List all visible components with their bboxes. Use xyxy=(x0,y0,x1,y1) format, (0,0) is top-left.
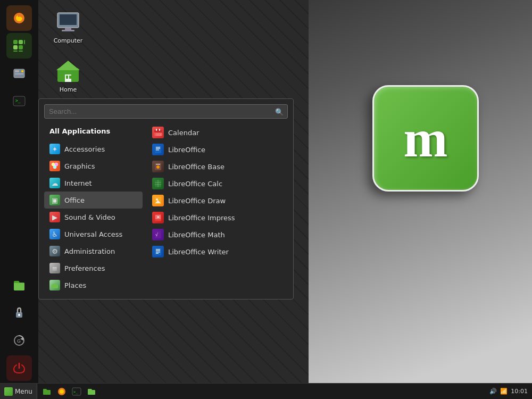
sidebar-btn-storage[interactable] xyxy=(6,61,32,86)
category-universal[interactable]: ♿ Universal Access xyxy=(44,226,143,243)
search-icon: 🔍 xyxy=(275,107,284,115)
taskbar-item-firefox[interactable] xyxy=(55,385,68,398)
category-sound[interactable]: ▶ Sound & Video xyxy=(44,209,143,226)
desktop-icon-computer[interactable]: Computer xyxy=(47,10,89,44)
sidebar-btn-firefox[interactable] xyxy=(6,5,32,31)
svg-text:G: G xyxy=(17,338,21,344)
calendar-icon: ◻◻◻ xyxy=(152,127,164,138)
svg-rect-11 xyxy=(13,40,18,44)
graphics-label: Graphics xyxy=(64,162,95,170)
svg-rect-40 xyxy=(156,148,160,149)
taskbar-clock: 10:01 xyxy=(511,388,528,395)
taskbar-items: >_ xyxy=(37,385,485,398)
svg-rect-13 xyxy=(24,40,25,44)
graphics-icon xyxy=(49,161,60,171)
taskbar-item-files2[interactable] xyxy=(85,385,98,398)
svg-rect-1 xyxy=(60,14,77,25)
admin-icon: ⚙ xyxy=(49,246,60,256)
accessories-icon: ✦ xyxy=(49,144,60,154)
universal-label: Universal Access xyxy=(64,230,122,238)
svg-point-26 xyxy=(18,314,20,316)
apps-list: ◻◻◻ Calendar LibreOffice LibreOffice Bas… xyxy=(143,124,288,294)
sound-icon: ▶ xyxy=(49,212,60,222)
menu-panel: 🔍 All Applications ✦ Accessories Graphic… xyxy=(38,98,294,300)
taskbar: Menu >_ 🔊 📶 10:01 xyxy=(0,383,532,399)
svg-rect-8 xyxy=(69,76,71,79)
svg-rect-3 xyxy=(62,30,74,31)
home-icon-label: Home xyxy=(60,86,77,93)
app-loimpress[interactable]: LibreOffice Impress xyxy=(148,209,288,226)
app-localc[interactable]: LibreOffice Calc xyxy=(148,175,288,192)
taskbar-menu-label: Menu xyxy=(15,388,32,395)
category-admin[interactable]: ⚙ Administration xyxy=(44,243,143,260)
svg-rect-16 xyxy=(13,51,18,52)
svg-text:√: √ xyxy=(155,232,158,237)
sidebar-btn-lock[interactable] xyxy=(6,300,32,326)
category-preferences[interactable]: ≡ Preferences xyxy=(44,260,143,277)
taskbar-sound-icon[interactable]: 🔊 xyxy=(489,388,497,395)
localc-icon xyxy=(152,178,164,189)
sidebar-btn-appgrid[interactable] xyxy=(6,33,32,59)
category-places[interactable]: Places xyxy=(44,277,143,294)
svg-rect-12 xyxy=(19,40,23,44)
sidebar-btn-terminal[interactable]: >_ xyxy=(6,88,32,114)
loimpress-label: LibreOffice Impress xyxy=(168,214,235,222)
lodraw-label: LibreOffice Draw xyxy=(168,197,226,205)
svg-rect-36 xyxy=(159,129,160,131)
app-lobase[interactable]: LibreOffice Base xyxy=(148,158,288,175)
svg-rect-14 xyxy=(13,45,18,49)
svg-rect-59 xyxy=(156,251,160,252)
search-bar: 🔍 xyxy=(44,104,288,119)
sidebar-btn-update[interactable]: G xyxy=(6,328,32,353)
app-libreoffice[interactable]: LibreOffice xyxy=(148,141,288,158)
lobase-label: LibreOffice Base xyxy=(168,163,225,171)
lowriter-label: LibreOffice Writer xyxy=(168,248,229,256)
mint-logo-inner xyxy=(372,85,479,192)
menu-content: All Applications ✦ Accessories Graphics … xyxy=(44,124,288,294)
lomath-icon: √ xyxy=(152,229,164,240)
taskbar-item-terminal[interactable]: >_ xyxy=(70,385,83,398)
svg-marker-5 xyxy=(56,61,80,70)
category-graphics[interactable]: Graphics xyxy=(44,157,143,174)
svg-rect-17 xyxy=(19,51,23,52)
category-all-applications[interactable]: All Applications xyxy=(44,124,143,138)
app-lowriter[interactable]: LibreOffice Writer xyxy=(148,243,288,260)
computer-icon-image xyxy=(55,10,81,35)
prefs-label: Preferences xyxy=(64,264,105,272)
svg-rect-41 xyxy=(156,149,159,151)
app-lomath[interactable]: √ LibreOffice Math xyxy=(148,226,288,243)
taskbar-menu-icon xyxy=(4,387,13,396)
taskbar-menu-button[interactable]: Menu xyxy=(0,384,37,400)
category-accessories[interactable]: ✦ Accessories xyxy=(44,140,143,157)
sidebar-btn-power[interactable] xyxy=(6,355,32,381)
svg-rect-61 xyxy=(156,253,159,254)
app-lodraw[interactable]: LibreOffice Draw xyxy=(148,192,288,209)
svg-rect-7 xyxy=(66,76,68,79)
search-input[interactable] xyxy=(44,104,288,119)
lodraw-icon xyxy=(152,195,164,206)
category-office[interactable]: ▣ Office xyxy=(44,192,143,209)
office-label: Office xyxy=(64,196,85,204)
taskbar-network-icon[interactable]: 📶 xyxy=(500,388,508,395)
svg-rect-35 xyxy=(156,129,157,131)
sidebar-btn-files[interactable] xyxy=(6,272,32,298)
internet-label: Internet xyxy=(64,179,92,187)
libreoffice-label: LibreOffice xyxy=(168,146,205,154)
localc-label: LibreOffice Calc xyxy=(168,180,222,188)
svg-rect-19 xyxy=(15,70,19,72)
svg-text:>_: >_ xyxy=(73,390,78,394)
desktop-background-right xyxy=(309,0,532,383)
desktop-icon-home[interactable]: Home xyxy=(47,59,89,93)
app-calendar[interactable]: ◻◻◻ Calendar xyxy=(148,124,288,141)
svg-rect-21 xyxy=(15,73,23,74)
sidebar: >_ G xyxy=(0,0,38,383)
svg-rect-2 xyxy=(65,28,71,30)
svg-rect-60 xyxy=(156,252,160,253)
lowriter-icon xyxy=(152,246,164,257)
categories-column: All Applications ✦ Accessories Graphics … xyxy=(44,124,143,294)
svg-text:>_: >_ xyxy=(15,98,21,103)
prefs-icon: ≡ xyxy=(49,263,60,273)
category-internet[interactable]: ☁ Internet xyxy=(44,174,143,192)
internet-icon: ☁ xyxy=(49,178,60,188)
taskbar-item-folder[interactable] xyxy=(40,385,53,398)
